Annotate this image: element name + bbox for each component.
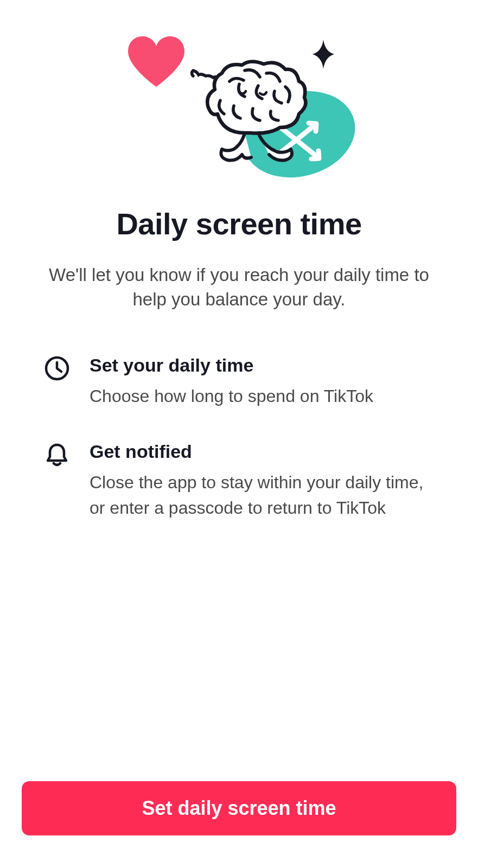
feature-title: Get notified: [90, 441, 435, 462]
feature-list: Set your daily time Choose how long to s…: [43, 355, 435, 520]
set-screen-time-button[interactable]: Set daily screen time: [22, 781, 456, 835]
feature-description: Choose how long to spend on TikTok: [90, 384, 435, 409]
clock-icon: [43, 355, 71, 382]
page-subtitle: We'll let you know if you reach your dai…: [43, 263, 435, 311]
feature-item-set-time: Set your daily time Choose how long to s…: [43, 355, 435, 409]
hero-illustration: [0, 33, 478, 179]
feature-item-notified: Get notified Close the app to stay withi…: [43, 441, 435, 520]
page-title: Daily screen time: [43, 206, 435, 241]
heart-icon: [125, 35, 188, 90]
feature-title: Set your daily time: [90, 355, 435, 376]
brain-character-icon: [190, 54, 321, 184]
bell-icon: [43, 441, 71, 468]
feature-description: Close the app to stay within your daily …: [90, 470, 435, 520]
